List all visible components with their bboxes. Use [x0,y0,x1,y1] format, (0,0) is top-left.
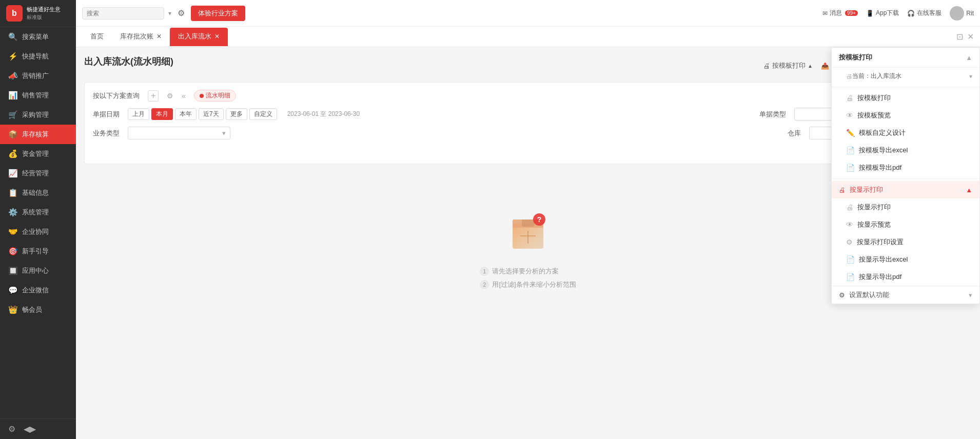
sidebar-item-label: 新手引导 [22,247,49,256]
empty-tip-1: 1 请先选择要分析的方案 [480,265,576,278]
sidebar-item-wechat[interactable]: 💬 企业微信 [0,281,76,300]
maximize-icon[interactable]: ⊡ [956,32,963,42]
add-filter-icon[interactable]: + [148,90,159,102]
sidebar-item-label: 系统管理 [22,208,49,217]
search-icon: 🔍 [8,32,18,42]
sidebar-item-sales[interactable]: 📊 销售管理 [0,86,76,105]
display-section-header[interactable]: 🖨 按显示打印 ▲ [832,181,979,198]
date-this-year[interactable]: 本年 [175,108,197,120]
collapse-icon[interactable]: ◀▶ [24,424,36,434]
printer-small-icon: 🖨 [846,73,852,80]
app-download-icon: 📱 [866,10,874,17]
date-more[interactable]: 更多 [226,108,247,120]
display-section-arrow: ▲ [966,186,972,194]
date-custom[interactable]: 自定义 [249,108,277,120]
sidebar-scroll: 🔍 搜索菜单 ⚡ 快捷导航 📣 营销推广 📊 销售管理 🛒 采购管理 📦 库存核… [0,27,76,418]
sidebar-item-label: 企业协同 [22,227,49,236]
print-action[interactable]: 🖨 按模板打印 ▲ [763,61,813,70]
display-preview-icon: 👁 [846,221,853,229]
industry-solution-button[interactable]: 体验行业方案 [191,6,245,21]
quicknav-icon: ⚡ [8,52,18,61]
template-custom-row[interactable]: ✏️ 模板自定义设计 [832,124,979,142]
search-input[interactable] [87,10,148,17]
display-preview-label: 按显示预览 [857,220,891,229]
display-print-row[interactable]: 🖨 按显示打印 [832,198,979,216]
panel-collapse-icon[interactable]: ▲ [966,54,972,62]
tab-batch-label: 库存批次账 [120,32,153,41]
topbar: ▾ ⚙ 体验行业方案 ✉ 消息 99+ 📱 App下载 🎧 在线客服 Rit [76,0,980,27]
display-excel-row[interactable]: 📄 按显示导出excel [832,251,979,268]
biz-type-select[interactable]: ▾ [128,127,230,139]
sidebar-item-system[interactable]: ⚙️ 系统管理 [0,203,76,222]
close-all-icon[interactable]: ✕ [967,32,974,42]
date-range-text: 2023-06-01 至 2023-06-30 [287,110,360,118]
customer-service-item[interactable]: 🎧 在线客服 [907,9,942,17]
date-shortcuts: 上月 本月 本年 近7天 更多 自定义 [128,108,277,120]
tab-batch[interactable]: 库存批次账 ✕ [112,28,170,46]
print-panel: 按模板打印 ▲ 🖨 当前：出入库流水 ▾ 🖨 按模板打印 👁 按模板预览 ✏️ … [831,47,980,304]
topbar-search-box[interactable] [82,7,164,19]
empty-illustration: ? [502,205,554,256]
template-preview-row[interactable]: 👁 按模板预览 [832,107,979,124]
wechat-icon: 💬 [8,286,18,295]
template-pdf-icon: 📄 [846,164,855,172]
apps-icon: 🔲 [8,266,18,275]
divider-2 [832,178,979,179]
message-item[interactable]: ✉ 消息 99+ [822,9,858,17]
tab-flow-close-icon[interactable]: ✕ [214,33,220,40]
app-download-label: App下载 [876,9,899,17]
sidebar-item-marketing[interactable]: 📣 营销推广 [0,66,76,86]
date-last-7days[interactable]: 近7天 [199,108,224,120]
display-pdf-label: 按显示导出pdf [859,272,901,282]
divider-1 [832,87,979,87]
sidebar-item-guide[interactable]: 🎯 新手引导 [0,242,76,261]
tab-home-label: 首页 [90,32,104,41]
sidebar-item-label: 快捷导航 [22,52,49,61]
template-excel-label: 按模板导出excel [859,146,908,155]
sidebar-item-inventory[interactable]: 📦 库存核算 [0,125,76,144]
tab-batch-close-icon[interactable]: ✕ [156,33,162,40]
settings-bottom-icon[interactable]: ⚙ [8,424,15,434]
headset-icon: 🎧 [907,10,915,17]
tab-home[interactable]: 首页 [82,28,112,46]
display-section-title: 按显示打印 [850,185,883,194]
filter-settings-icon[interactable]: ⚙ [167,92,173,100]
display-settings-icon: ⚙ [846,238,853,246]
panel-header: 按模板打印 ▲ [832,48,979,68]
template-export-pdf-row[interactable]: 📄 按模板导出pdf [832,159,979,176]
sidebar-item-collab[interactable]: 🤝 企业协同 [0,222,76,242]
date-this-month[interactable]: 本月 [151,108,173,120]
display-preview-row[interactable]: 👁 按显示预览 [832,216,979,233]
search-dropdown-icon[interactable]: ▾ [168,10,171,17]
sidebar-item-label: 基础信息 [22,188,49,197]
display-print-header-icon: 🖨 [839,186,846,194]
app-download-item[interactable]: 📱 App下载 [866,9,899,17]
settings-gear-icon[interactable]: ⚙ [178,8,185,18]
panel-footer[interactable]: ⚙ 设置默认功能 ▾ [832,286,979,304]
sidebar-item-operations[interactable]: 📈 经营管理 [0,164,76,183]
inventory-icon: 📦 [8,130,18,139]
display-settings-row[interactable]: ⚙ 按显示打印设置 [832,233,979,251]
sidebar-item-apps[interactable]: 🔲 应用中心 [0,261,76,281]
sidebar-item-search[interactable]: 🔍 搜索菜单 [0,27,76,47]
sidebar-item-quicknav[interactable]: ⚡ 快捷导航 [0,47,76,66]
sidebar-item-label: 资金管理 [22,149,49,158]
filter-collapse-icon[interactable]: « [182,92,186,100]
by-plan-label: 按以下方案查询 [93,91,140,101]
display-pdf-row[interactable]: 📄 按显示导出pdf [832,268,979,286]
user-avatar-item[interactable]: Rit [950,6,974,21]
tabs-bar: 首页 库存批次账 ✕ 出入库流水 ✕ ⊡ ✕ [76,27,980,47]
template-print-row[interactable]: 🖨 按模板打印 [832,89,979,107]
empty-tips: 1 请先选择要分析的方案 2 用[过滤]条件来缩小分析范围 [480,265,576,291]
panel-header-right: ▲ [966,54,972,62]
warehouse-label: 仓库 [788,129,801,138]
sidebar-item-purchase[interactable]: 🛒 采购管理 [0,105,76,125]
template-export-excel-row[interactable]: 📄 按模板导出excel [832,142,979,159]
sidebar-item-basic[interactable]: 📋 基础信息 [0,183,76,203]
tab-flow[interactable]: 出入库流水 ✕ [170,28,228,46]
app-title: 畅捷通好生意 [27,6,61,13]
sidebar-item-vip[interactable]: 👑 畅会员 [0,300,76,320]
date-last-month[interactable]: 上月 [128,108,149,120]
sidebar-item-finance[interactable]: 💰 资金管理 [0,144,76,164]
footer-arrow-icon: ▾ [969,291,972,299]
